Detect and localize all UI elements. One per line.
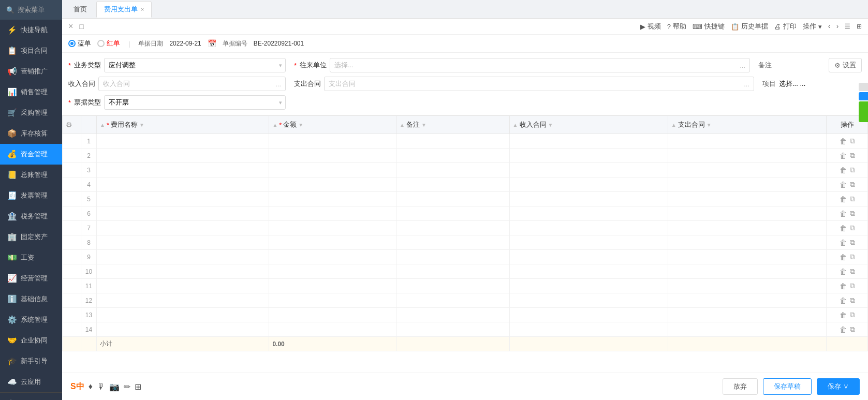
row-delete-icon[interactable]: 🗑 (840, 152, 847, 160)
close-window-icon[interactable]: × (68, 22, 73, 31)
tab-home[interactable]: 首页 (66, 2, 94, 17)
sort-up-icon[interactable]: ▲ (100, 122, 105, 128)
row-income-contract-cell[interactable] (509, 221, 668, 235)
row-remark-cell[interactable] (396, 134, 510, 149)
sidebar-item-tax[interactable]: 🏦税务管理 (0, 206, 62, 227)
row-delete-icon[interactable]: 🗑 (840, 224, 847, 232)
row-expense-contract-cell[interactable] (668, 163, 826, 177)
row-income-contract-cell[interactable] (509, 250, 668, 264)
sidebar-item-cloud-app[interactable]: ☁️云应用 (0, 372, 62, 392)
row-expense-contract-cell[interactable] (668, 177, 826, 192)
row-income-contract-cell[interactable] (509, 293, 668, 308)
row-copy-icon[interactable]: ⧉ (850, 310, 855, 319)
row-delete-icon[interactable]: 🗑 (840, 282, 847, 290)
row-income-contract-cell[interactable] (509, 177, 668, 192)
tab-expense-close[interactable]: × (141, 6, 144, 12)
mic-icon[interactable]: 🎙 (97, 382, 105, 391)
sidebar-item-sales-mgmt[interactable]: 📊销售管理 (0, 82, 62, 102)
volume-bottom-icon[interactable]: ◀ (20, 398, 26, 400)
row-name-cell[interactable] (97, 177, 269, 192)
row-amount-cell[interactable] (269, 192, 396, 206)
row-amount-cell[interactable] (269, 149, 396, 163)
save-draft-button[interactable]: 保存草稿 (763, 378, 812, 395)
history-btn[interactable]: 📋 历史单据 (731, 22, 768, 31)
row-amount-cell[interactable] (269, 264, 396, 279)
row-name-cell[interactable] (97, 235, 269, 250)
row-name-cell[interactable] (97, 163, 269, 177)
row-expense-contract-cell[interactable] (668, 308, 826, 322)
row-amount-cell[interactable] (269, 322, 396, 337)
row-copy-icon[interactable]: ⧉ (850, 180, 855, 189)
row-remark-cell[interactable] (396, 293, 510, 308)
row-amount-cell[interactable] (269, 134, 396, 149)
row-copy-icon[interactable]: ⧉ (850, 253, 855, 261)
row-delete-icon[interactable]: 🗑 (840, 166, 847, 174)
expense-contract-input[interactable]: 支出合同 ... (324, 77, 754, 91)
row-remark-cell[interactable] (396, 308, 510, 322)
row-delete-icon[interactable]: 🗑 (840, 195, 847, 203)
sidebar-item-basic-info[interactable]: ℹ️基础信息 (0, 289, 62, 309)
biz-type-input[interactable]: 应付调整 ▾ (104, 58, 286, 72)
list-view-btn[interactable]: ☰ (845, 23, 850, 30)
diamond-icon[interactable]: ♦ (89, 382, 93, 391)
row-name-cell[interactable] (97, 250, 269, 264)
radio-red[interactable]: 红单 (97, 39, 120, 48)
right-tab-3[interactable] (859, 101, 868, 122)
row-expense-contract-cell[interactable] (668, 250, 826, 264)
restore-icon[interactable]: □ (79, 22, 83, 31)
sort-up-amount-icon[interactable]: ▲ (272, 122, 277, 128)
row-expense-contract-cell[interactable] (668, 134, 826, 149)
sidebar-item-ledger[interactable]: 📒总账管理 (0, 165, 62, 185)
row-name-cell[interactable] (97, 264, 269, 279)
sidebar-item-fixed-assets[interactable]: 🏢固定资产 (0, 227, 62, 247)
row-amount-cell[interactable] (269, 308, 396, 322)
row-remark-cell[interactable] (396, 206, 510, 221)
calendar-icon[interactable]: 📅 (208, 39, 216, 48)
row-income-contract-cell[interactable] (509, 192, 668, 206)
row-delete-icon[interactable]: 🗑 (840, 210, 847, 218)
row-expense-contract-cell[interactable] (668, 293, 826, 308)
row-amount-cell[interactable] (269, 177, 396, 192)
row-copy-icon[interactable]: ⧉ (850, 224, 855, 232)
row-income-contract-cell[interactable] (509, 206, 668, 221)
row-income-contract-cell[interactable] (509, 134, 668, 149)
row-expense-contract-cell[interactable] (668, 149, 826, 163)
sort-down-remark-icon[interactable]: ▼ (421, 122, 426, 128)
sidebar-search[interactable]: 🔍 搜索菜单 (0, 0, 62, 20)
edit-icon[interactable]: ✏ (124, 382, 130, 392)
right-tab-1[interactable] (859, 83, 868, 91)
print-btn[interactable]: 🖨 打印 (774, 22, 797, 31)
row-expense-contract-cell[interactable] (668, 206, 826, 221)
row-remark-cell[interactable] (396, 177, 510, 192)
sidebar-item-inventory[interactable]: 📦库存核算 (0, 123, 62, 144)
nav-prev-btn[interactable]: ‹ (828, 23, 830, 30)
row-name-cell[interactable] (97, 206, 269, 221)
row-delete-icon[interactable]: 🗑 (840, 253, 847, 261)
row-name-cell[interactable] (97, 322, 269, 337)
invoice-type-input[interactable]: 不开票 ▾ (104, 95, 286, 110)
tab-expense[interactable]: 费用支出单 × (96, 1, 152, 18)
row-income-contract-cell[interactable] (509, 279, 668, 293)
sidebar-item-invoice[interactable]: 🧾发票管理 (0, 185, 62, 206)
save-button[interactable]: 保存 ∨ (817, 378, 860, 395)
row-delete-icon[interactable]: 🗑 (840, 239, 847, 247)
video-btn[interactable]: ▶ 视频 (640, 22, 661, 31)
sidebar-item-purchase-mgmt[interactable]: 🛒采购管理 (0, 102, 62, 123)
sidebar-item-sys-mgmt[interactable]: ⚙️系统管理 (0, 309, 62, 330)
row-income-contract-cell[interactable] (509, 163, 668, 177)
row-amount-cell[interactable] (269, 221, 396, 235)
radio-blue[interactable]: 蓝单 (68, 39, 91, 48)
row-name-cell[interactable] (97, 192, 269, 206)
row-remark-cell[interactable] (396, 250, 510, 264)
row-income-contract-cell[interactable] (509, 322, 668, 337)
row-copy-icon[interactable]: ⧉ (850, 137, 855, 145)
income-contract-input[interactable]: 收入合同 ... (98, 77, 286, 91)
sort-up-income-icon[interactable]: ▲ (513, 122, 518, 128)
row-expense-contract-cell[interactable] (668, 322, 826, 337)
camera-icon[interactable]: 📷 (109, 382, 120, 392)
row-amount-cell[interactable] (269, 235, 396, 250)
nav-next-btn[interactable]: › (836, 23, 838, 30)
settings-bottom-icon[interactable]: ⚙ (7, 398, 14, 400)
sidebar-item-new-guide[interactable]: 🎓新手引导 (0, 351, 62, 372)
sidebar-item-quick-nav[interactable]: ⚡快捷导航 (0, 20, 62, 40)
